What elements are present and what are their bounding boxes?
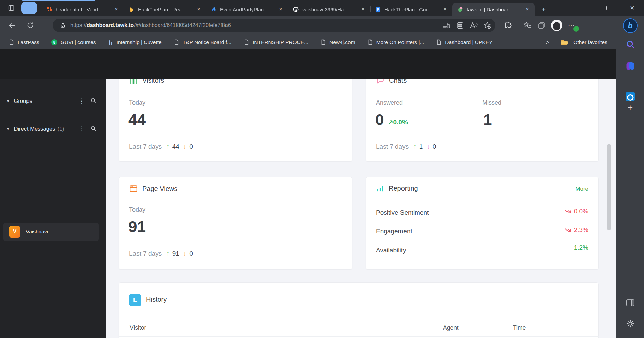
history-card: E History Visitor Agent Time [119, 282, 599, 338]
direct-messages-section[interactable]: ▾ Direct Messages (1) ⋮ [0, 124, 106, 134]
refresh-icon [26, 22, 34, 29]
close-button[interactable]: × [620, 0, 644, 16]
up-value: 44 [172, 143, 179, 150]
refresh-button[interactable] [23, 19, 37, 32]
read-aloud-icon[interactable] [469, 22, 478, 29]
settings-more-button[interactable]: ⋯ ↑ [568, 21, 575, 29]
folder-icon [560, 39, 568, 45]
maximize-button[interactable] [596, 0, 620, 16]
send-to-devices-icon[interactable] [442, 22, 451, 29]
caret-down-icon[interactable]: ▾ [7, 98, 9, 104]
table-header-divider [119, 336, 599, 337]
user-avatar: V [9, 226, 20, 238]
address-bar[interactable]: https://dashboard.tawk.to/#/dashboard/64… [53, 19, 495, 32]
up-value: 1 [419, 143, 423, 150]
groups-search-icon[interactable] [90, 97, 97, 105]
tab-title: HackThePlan - Goo [384, 7, 439, 12]
bookmark-more-on-pointers[interactable]: More On Pointers |... [367, 39, 424, 45]
bing-copilot-icon[interactable]: b [623, 18, 638, 33]
card-title: Page Views [142, 185, 177, 193]
bookmark-tp-notice[interactable]: T&P Notice Board f... [174, 39, 231, 45]
reporting-more-link[interactable]: More [575, 186, 588, 192]
bookmarks-overflow-area: > Other favorites [546, 39, 607, 46]
back-icon [8, 21, 16, 29]
bookmark-guvi[interactable]: 8 GUVI | courses [51, 39, 96, 45]
tab-actions-icon[interactable] [4, 0, 19, 16]
tab-hacktheplan-firebase[interactable]: HackThePlan - Rea × [124, 3, 206, 16]
add-favorite-star-icon[interactable] [483, 21, 491, 29]
bookmark-cuvette[interactable]: Internship | Cuvette [108, 39, 162, 45]
tab-close-button[interactable]: × [441, 5, 449, 13]
sidebar-panel-toggle-icon[interactable] [626, 299, 635, 308]
page-scrollbar-thumb[interactable] [607, 144, 611, 230]
edge-sidebar: b + [616, 16, 644, 338]
sidebar-add-icon[interactable]: + [628, 103, 633, 113]
collections-icon[interactable] [537, 21, 546, 30]
dm-menu-icon[interactable]: ⋮ [78, 125, 84, 132]
tab-group-pill[interactable] [21, 2, 37, 14]
extensions-puzzle-icon[interactable] [504, 21, 512, 30]
bookmark-label: Internship | Cuvette [117, 39, 162, 45]
tawk-app-header: « E Event Planners 3 1 [0, 49, 616, 79]
up-arrow-icon: ↑ [166, 143, 170, 150]
trend-up-icon: ↗ [388, 119, 393, 126]
direct-messages-label: Direct Messages [14, 126, 55, 132]
apps-grid-icon[interactable] [456, 22, 464, 29]
bookmark-internship-proce[interactable]: INTERNSHIP PROCE... [244, 39, 308, 45]
bookmark-lastpass[interactable]: LastPass [9, 39, 39, 45]
tab-tawkto-active[interactable]: tawk.to | Dashboar × [452, 3, 535, 16]
other-favorites-label[interactable]: Other favorites [573, 39, 607, 45]
tab-close-button[interactable]: × [277, 5, 285, 13]
pageviews-today-value: 91 [128, 219, 146, 234]
tawk-parrot-favicon [457, 6, 463, 12]
firebase-favicon [128, 6, 135, 12]
tab-close-button[interactable]: × [195, 5, 203, 13]
tab-title: tawk.to | Dashboar [467, 7, 521, 12]
minimize-button[interactable]: — [573, 0, 596, 16]
favorites-list-icon[interactable] [523, 21, 532, 29]
microsoft-365-icon[interactable] [626, 61, 635, 70]
page-views-card: Page Views Today 91 Last 7 days ↑91 ↓0 [119, 177, 352, 270]
bookmarks-overflow-chevron[interactable]: > [546, 39, 549, 46]
tab-close-button[interactable]: × [112, 5, 120, 13]
tab-github[interactable]: vaishnavi-3969/Ha × [288, 3, 370, 16]
outlook-icon[interactable] [626, 92, 635, 101]
dm-search-icon[interactable] [90, 125, 97, 133]
tab-close-button[interactable]: × [359, 5, 367, 13]
groups-menu-icon[interactable]: ⋮ [78, 97, 84, 105]
tab-hacktheplan-gdocs[interactable]: HackThePlan - Goo × [370, 3, 452, 16]
reporting-icon [376, 184, 384, 193]
url-text: https://dashboard.tawk.to/#/dashboard/64… [70, 22, 231, 28]
groups-section[interactable]: ▾ Groups ⋮ [0, 96, 106, 106]
history-col-time: Time [513, 324, 526, 331]
sidebar-search-icon[interactable] [626, 40, 635, 50]
caret-down-icon[interactable]: ▾ [7, 126, 9, 131]
tab-title: header.html - Vend [56, 7, 110, 12]
history-property-logo: E [129, 294, 141, 306]
chats-card: Chats Answered 0 ↗0.0% Missed 1 Last 7 d… [366, 79, 599, 162]
page-icon [436, 39, 442, 45]
page-icon [174, 39, 179, 45]
answered-value: 0 [375, 112, 384, 127]
lock-icon [60, 22, 66, 29]
profile-avatar[interactable] [551, 20, 562, 31]
tab-eventandpartyplan-azure[interactable]: EventAndPartyPlan × [206, 3, 288, 16]
sidebar-settings-gear-icon[interactable] [626, 319, 635, 329]
up-arrow-icon: ↑ [413, 143, 417, 150]
toolbar-right-icons: ⋯ ↑ [504, 19, 575, 32]
toolbar-divider [518, 22, 518, 29]
dashboard-content: Visitors Today 44 Last 7 days ↑44 ↓0 Cha… [106, 79, 616, 338]
edge-browser-window: header.html - Vend × HackThePlan - Rea ×… [0, 0, 644, 338]
bookmark-new4j[interactable]: New4j.com [320, 39, 355, 45]
new-tab-button[interactable]: + [538, 4, 549, 15]
tab-header-html[interactable]: header.html - Vend × [42, 3, 124, 16]
chat-sidebar: ▾ Groups ⋮ ▾ Direct Messages (1) ⋮ V Vai… [0, 79, 106, 338]
period-label: Last 7 days [129, 250, 162, 257]
tab-title: EventAndPartyPlan [220, 7, 275, 12]
back-button[interactable] [5, 19, 19, 32]
reporting-row-label: Availability [376, 247, 406, 254]
tab-close-button[interactable]: × [523, 5, 531, 13]
bookmark-dashboard-upkey[interactable]: Dashboard | UPKEY [436, 39, 492, 45]
chats-icon [376, 79, 385, 85]
dm-user-vaishnavi[interactable]: V Vaishnavi [3, 223, 99, 241]
